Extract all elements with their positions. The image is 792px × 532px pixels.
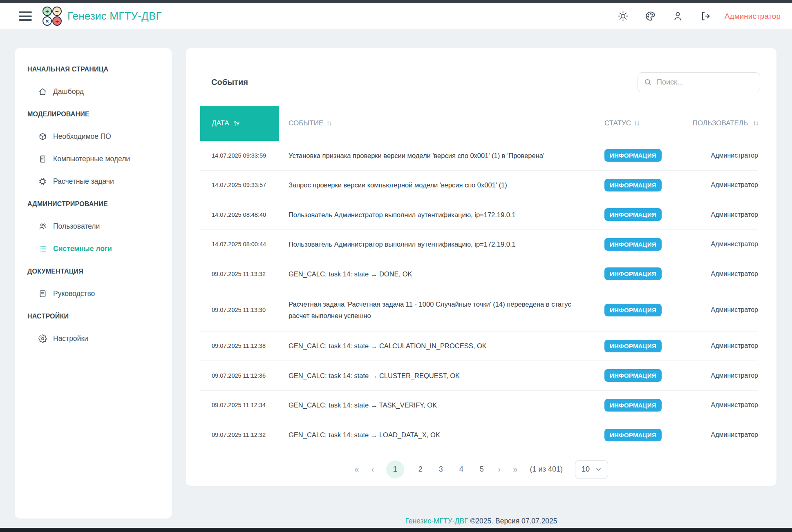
column-label: ПОЛЬЗОВАТЕЛЬ bbox=[693, 119, 748, 127]
logo-multiply-icon: × bbox=[43, 16, 52, 26]
sidebar-item-users[interactable]: Пользователи bbox=[15, 215, 172, 238]
column-header-date[interactable]: ДАТА bbox=[200, 106, 279, 141]
current-user-label[interactable]: Администратор bbox=[725, 12, 781, 21]
page-button-5[interactable]: 5 bbox=[478, 465, 486, 474]
page-button-4[interactable]: 4 bbox=[457, 465, 465, 474]
sidebar-item-manual[interactable]: Руководство bbox=[15, 283, 172, 305]
event-text: Расчетная задача 'Расчетная задача 11 - … bbox=[279, 298, 599, 321]
event-user: Администратор bbox=[685, 431, 758, 439]
event-date: 14.07.2025 08:00:44 bbox=[200, 241, 279, 247]
page-button-3[interactable]: 3 bbox=[437, 465, 445, 474]
event-text: Установка признака проверки версии модел… bbox=[279, 150, 599, 161]
status-badge: ИНФОРМАЦИЯ bbox=[604, 238, 662, 251]
sidebar-item-calculation-tasks[interactable]: Расчетные задачи bbox=[15, 170, 172, 193]
table-row[interactable]: 09.07.2025 11:13:32 GEN_CALC: task 14: s… bbox=[200, 259, 758, 289]
event-date: 14.07.2025 09:33:57 bbox=[200, 182, 279, 188]
table-row[interactable]: 14.07.2025 09:33:57 Запрос проверки верс… bbox=[200, 171, 758, 200]
sort-icon: ↑↓ bbox=[634, 119, 639, 127]
event-user: Администратор bbox=[685, 401, 758, 409]
status-badge: ИНФОРМАЦИЯ bbox=[604, 340, 662, 352]
sidebar-section-modeling: МОДЕЛИРОВАНИЕ bbox=[15, 103, 172, 125]
sort-ascending-icon bbox=[233, 119, 241, 127]
table-row[interactable]: 14.07.2025 09:33:59 Установка признака п… bbox=[200, 141, 758, 171]
sidebar-section-settings: НАСТРОЙКИ bbox=[15, 305, 172, 327]
sidebar-item-label: Руководство bbox=[53, 289, 95, 298]
sort-icon: ↑↓ bbox=[326, 119, 331, 127]
sidebar-item-computer-models[interactable]: Компьютерные модели bbox=[15, 148, 172, 170]
pagination: « ‹ 1 2 3 4 5 › » (1 из 401) 10 bbox=[186, 460, 776, 479]
chevron-down-icon bbox=[595, 466, 602, 472]
event-text: GEN_CALC: task 14: state → LOAD_DATA_X, … bbox=[279, 429, 599, 441]
event-text: GEN_CALC: task 14: state → TASK_VERIFY, … bbox=[279, 399, 599, 411]
event-user: Администратор bbox=[685, 181, 758, 189]
users-icon bbox=[38, 222, 47, 231]
status-badge: ИНФОРМАЦИЯ bbox=[604, 304, 662, 316]
event-user: Администратор bbox=[685, 152, 758, 159]
table-row[interactable]: 09.07.2025 11:12:36 GEN_CALC: task 14: s… bbox=[200, 361, 758, 391]
column-label: СТАТУС bbox=[604, 119, 631, 127]
page-button-2[interactable]: 2 bbox=[416, 465, 425, 474]
page-footer: Генезис-МГТУ-ДВГ ©2025. Версия 07.07.202… bbox=[186, 508, 776, 525]
column-label: ДАТА bbox=[212, 119, 229, 127]
footer-brand-link[interactable]: Генезис-МГТУ-ДВГ bbox=[405, 517, 468, 525]
event-date: 09.07.2025 11:13:32 bbox=[200, 271, 279, 277]
table-row[interactable]: 14.07.2025 08:00:44 Пользователь Админис… bbox=[200, 230, 758, 260]
event-user: Администратор bbox=[685, 306, 758, 314]
sidebar-section-administration: АДМИНИСТРИРОВАНИЕ bbox=[15, 193, 172, 215]
logo-divide-icon: ÷ bbox=[52, 16, 62, 26]
event-user: Администратор bbox=[685, 342, 758, 349]
column-header-user[interactable]: ПОЛЬЗОВАТЕЛЬ ↑↓ bbox=[685, 106, 758, 141]
table-row[interactable]: 09.07.2025 11:12:34 GEN_CALC: task 14: s… bbox=[200, 391, 758, 421]
app-title: Генезис МГТУ-ДВГ bbox=[67, 10, 162, 22]
status-badge: ИНФОРМАЦИЯ bbox=[604, 267, 662, 280]
list-icon bbox=[38, 245, 47, 253]
sidebar-item-dashboard[interactable]: Дашборд bbox=[15, 80, 172, 103]
sidebar-item-required-software[interactable]: Необходимое ПО bbox=[15, 125, 172, 148]
table-row[interactable]: 14.07.2025 08:48:40 Пользователь Админис… bbox=[200, 200, 758, 230]
previous-page-icon[interactable]: ‹ bbox=[371, 465, 374, 474]
palette-icon[interactable] bbox=[645, 11, 656, 22]
status-badge: ИНФОРМАЦИЯ bbox=[604, 399, 662, 412]
page-title: События bbox=[211, 78, 248, 87]
search-icon bbox=[644, 78, 652, 87]
sidebar-item-label: Системные логи bbox=[53, 245, 112, 253]
logo-minus-icon: − bbox=[52, 7, 62, 16]
sidebar-item-label: Дашборд bbox=[53, 87, 84, 96]
theme-sun-icon[interactable] bbox=[617, 11, 629, 22]
user-icon[interactable] bbox=[672, 11, 683, 22]
event-user: Администратор bbox=[685, 240, 758, 248]
status-badge: ИНФОРМАЦИЯ bbox=[604, 149, 662, 162]
event-date: 09.07.2025 11:13:30 bbox=[200, 307, 279, 313]
next-page-icon[interactable]: › bbox=[498, 465, 501, 474]
first-page-icon[interactable]: « bbox=[354, 465, 359, 474]
sidebar-item-label: Компьютерные модели bbox=[53, 155, 130, 163]
logout-icon[interactable] bbox=[700, 11, 711, 22]
sidebar-item-settings[interactable]: Настройки bbox=[15, 327, 172, 350]
page-size-value: 10 bbox=[582, 465, 590, 474]
menu-toggle-button[interactable] bbox=[19, 11, 32, 21]
search-input[interactable] bbox=[657, 78, 754, 87]
logo-plus-icon: + bbox=[43, 7, 52, 16]
status-badge: ИНФОРМАЦИЯ bbox=[604, 429, 662, 441]
sidebar-section-home: НАЧАЛЬНАЯ СТРАНИЦА bbox=[15, 58, 172, 80]
last-page-icon[interactable]: » bbox=[513, 465, 517, 474]
column-header-status[interactable]: СТАТУС ↑↓ bbox=[599, 106, 685, 141]
footer-copyright: ©2025. Версия 07.07.2025 bbox=[470, 517, 557, 525]
calculator-icon bbox=[38, 155, 47, 163]
table-row[interactable]: 09.07.2025 11:12:32 GEN_CALC: task 14: s… bbox=[200, 420, 758, 450]
cube-icon bbox=[38, 132, 47, 141]
event-user: Администратор bbox=[685, 372, 758, 379]
book-icon bbox=[38, 289, 47, 298]
app-header: + − × ÷ Генезис МГТУ-ДВГ Администратор bbox=[0, 3, 792, 29]
table-row[interactable]: 09.07.2025 11:13:30 Расчетная задача 'Ра… bbox=[200, 289, 758, 332]
home-icon bbox=[38, 87, 47, 96]
event-text: Пользователь Администратор выполнил ауте… bbox=[279, 209, 599, 220]
sidebar-item-system-logs[interactable]: Системные логи bbox=[15, 238, 172, 260]
sidebar-item-label: Пользователи bbox=[53, 222, 100, 231]
event-date: 09.07.2025 11:12:32 bbox=[200, 432, 279, 438]
table-row[interactable]: 09.07.2025 11:12:38 GEN_CALC: task 14: s… bbox=[200, 332, 758, 361]
column-header-event[interactable]: СОБЫТИЕ ↑↓ bbox=[279, 106, 599, 141]
sidebar-item-label: Настройки bbox=[53, 334, 88, 343]
page-size-select[interactable]: 10 bbox=[575, 460, 608, 479]
page-button-1[interactable]: 1 bbox=[386, 461, 404, 479]
